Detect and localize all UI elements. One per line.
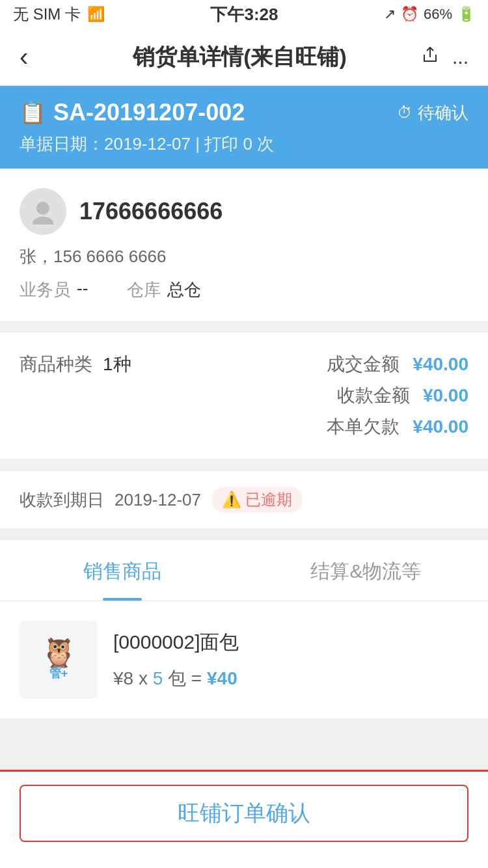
order-envelope-icon: 📋 [20,100,46,125]
nav-actions: ... [421,46,468,68]
salesperson-item: 业务员 -- [20,278,88,301]
owed-amount-label: 本单欠款 [327,414,400,439]
status-bar: 无 SIM 卡 📶 下午3:28 ↗ ⏰ 66% 🔋 [0,0,488,29]
due-date-value: 2019-12-07 [115,490,201,510]
order-header: 📋 SA-20191207-002 ⏱ 待确认 单据日期：2019-12-07 … [0,86,488,169]
battery-label: 66% [424,6,452,23]
customer-name: 张，156 6666 6666 [20,245,468,268]
deal-amount-value: ¥40.00 [413,354,468,375]
overdue-badge: ⚠️ 已逾期 [211,487,303,513]
product-types-label: 商品种类 [20,352,92,377]
product-name: [0000002]面包 [113,629,468,656]
battery-icon: 🔋 [457,6,475,23]
price-value: ¥8 [113,668,133,688]
owed-amount-value: ¥40.00 [413,416,468,437]
tab-settlement[interactable]: 结算&物流等 [244,540,488,601]
order-status: ⏱ 待确认 [397,102,468,124]
product-info: [0000002]面包 ¥8 x 5 包 = ¥40 [113,629,468,691]
bottom-button-area: 旺铺订单确认 [0,770,488,868]
deal-amount-row: 成交金额 ¥40.00 [327,352,468,377]
carrier-label: 无 SIM 卡 [13,4,81,25]
nav-bar: ‹ 销货单详情(来自旺铺) ... [0,29,488,86]
summary-section: 商品种类 1种 成交金额 ¥40.00 收款金额 ¥0.00 本单欠款 ¥40.… [0,332,488,459]
status-left: 无 SIM 卡 📶 [13,4,105,25]
customer-section: 17666666666 张，156 6666 6666 业务员 -- 仓库 总仓 [0,169,488,321]
warning-icon: ⚠️ [222,491,241,509]
svg-point-0 [36,202,49,215]
alarm-icon: ⏰ [401,6,418,23]
unit-value: 包 [168,668,186,688]
status-right: ↗ ⏰ 66% 🔋 [384,6,475,23]
product-types-value: 1种 [103,352,131,377]
warehouse-value: 总仓 [167,278,201,301]
receive-amount-label: 收款金额 [337,383,410,408]
warehouse-item: 仓库 总仓 [127,278,201,301]
qty-value: 5 [153,668,163,688]
order-id-row: 📋 SA-20191207-002 ⏱ 待确认 [20,99,468,126]
tabs-section: 销售商品 结算&物流等 [0,540,488,601]
product-section: 🦉 管+ [0000002]面包 ¥8 x 5 包 = ¥40 [0,601,488,719]
total-value: ¥40 [207,668,237,688]
tab-products[interactable]: 销售商品 [0,540,244,601]
equals-sign: = [191,668,207,688]
due-date-label: 收款到期日 [20,489,104,511]
owed-amount-row: 本单欠款 ¥40.00 [327,414,468,439]
receive-amount-value: ¥0.00 [423,385,468,406]
customer-row: 17666666666 [20,188,468,235]
avatar [20,188,66,235]
back-button[interactable]: ‹ [20,42,59,72]
page-title: 销货单详情(来自旺铺) [133,42,347,72]
product-logo: 管+ [41,667,77,681]
clock-icon: ⏱ [397,103,413,122]
order-date: 单据日期：2019-12-07 | 打印 0 次 [20,133,468,156]
receive-amount-row: 收款金额 ¥0.00 [337,383,468,408]
customer-meta: 业务员 -- 仓库 总仓 [20,278,468,301]
status-time: 下午3:28 [210,3,278,26]
product-types: 商品种类 1种 [20,352,131,377]
order-id: 📋 SA-20191207-002 [20,99,245,126]
warehouse-label: 仓库 [127,278,161,301]
due-date-section: 收款到期日 2019-12-07 ⚠️ 已逾期 [0,470,488,528]
amounts: 成交金额 ¥40.00 收款金额 ¥0.00 本单欠款 ¥40.00 [327,352,468,439]
svg-point-1 [33,217,53,224]
more-icon[interactable]: ... [452,46,468,68]
customer-phone: 17666666666 [79,198,223,225]
confirm-button[interactable]: 旺铺订单确认 [20,785,468,842]
salesperson-value: -- [77,278,88,301]
deal-amount-label: 成交金额 [327,352,400,377]
share-icon[interactable] [421,46,439,68]
wifi-icon: 📶 [87,6,105,23]
price-separator: x [139,668,153,688]
salesperson-label: 业务员 [20,278,70,301]
product-price: ¥8 x 5 包 = ¥40 [113,666,468,691]
table-row: 🦉 管+ [0000002]面包 ¥8 x 5 包 = ¥40 [0,601,488,719]
overdue-text: 已逾期 [245,489,292,510]
tabs-row: 销售商品 结算&物流等 [0,540,488,601]
location-icon: ↗ [384,6,396,23]
product-thumbnail: 🦉 管+ [20,621,98,699]
